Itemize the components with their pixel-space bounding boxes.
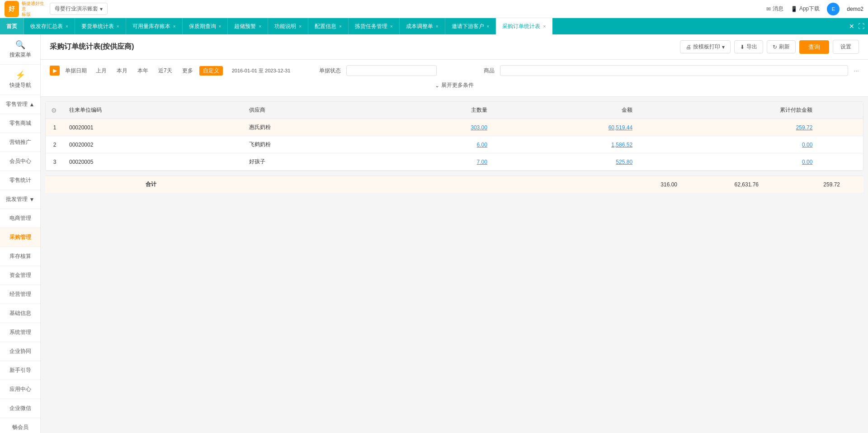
- tab-yaohuo[interactable]: 要货单统计表 ×: [75, 18, 126, 34]
- tab-gongneng[interactable]: 功能说明 ×: [268, 18, 308, 34]
- sidebar-item-ecommerce[interactable]: 电商管理: [0, 209, 40, 228]
- filter-toggle[interactable]: ▶: [50, 66, 60, 76]
- cell-extra: [818, 119, 863, 136]
- tab-chengben[interactable]: 成本调整单 ×: [400, 18, 445, 34]
- col-qty: 主数量: [379, 102, 493, 119]
- chevron-down-icon: ⌄: [435, 82, 439, 89]
- user-name[interactable]: demo2: [847, 6, 863, 12]
- tab-jianhuo[interactable]: 拣货任务管理 ×: [349, 18, 400, 34]
- close-icon[interactable]: ×: [299, 24, 302, 29]
- cell-amount[interactable]: 60,519.44: [493, 119, 638, 136]
- sidebar-item-collab[interactable]: 企业协同: [0, 342, 40, 361]
- cell-paid[interactable]: 259.72: [638, 119, 818, 136]
- cell-amount[interactable]: 1,586.52: [493, 136, 638, 153]
- col-paid: 累计付款金额: [638, 102, 818, 119]
- sidebar-item-label: 零售统计: [0, 176, 40, 184]
- sidebar-item-finance[interactable]: 资金管理: [0, 266, 40, 285]
- shortcut-more[interactable]: 更多: [179, 66, 197, 76]
- print-button[interactable]: 🖨 按模板打印 ▾: [680, 40, 731, 53]
- close-icon[interactable]: ×: [543, 24, 546, 29]
- close-icon[interactable]: ×: [436, 24, 439, 29]
- sidebar-item-retail-shop[interactable]: 零售商城: [0, 114, 40, 133]
- close-icon[interactable]: ×: [66, 24, 68, 29]
- tab-caigou-active[interactable]: 采购订单统计表 ×: [496, 18, 552, 34]
- message-button[interactable]: ✉ 消息: [766, 5, 783, 13]
- sidebar-item-marketing[interactable]: 营销推广: [0, 133, 40, 152]
- export-button[interactable]: ⬇ 导出: [734, 40, 763, 53]
- sidebar-item-retail-stats[interactable]: 零售统计: [0, 171, 40, 190]
- tab-kuyong[interactable]: 可用量库存账本 ×: [126, 18, 183, 34]
- sidebar-item-quicknav[interactable]: ⚡ 快捷导航: [0, 65, 40, 95]
- status-select[interactable]: [346, 65, 437, 76]
- table-body: 1 00020001 惠氏奶粉 303.00 60,519.44 259.72 …: [46, 119, 863, 171]
- more-icon[interactable]: ···: [854, 67, 859, 74]
- sidebar-item-purchase[interactable]: 采购管理: [0, 228, 40, 247]
- shortcut-this-month[interactable]: 本月: [113, 66, 131, 76]
- shortcut-this-year[interactable]: 本年: [134, 66, 152, 76]
- chevron-down-icon: ▾: [722, 44, 725, 50]
- sidebar-item-guide[interactable]: 新手引导: [0, 361, 40, 380]
- cell-paid[interactable]: 0.00: [638, 153, 818, 171]
- shortcut-7days[interactable]: 近7天: [155, 66, 176, 76]
- close-icon[interactable]: ×: [219, 24, 222, 29]
- expand-row: ⌄ 展开更多条件: [50, 80, 859, 91]
- query-button[interactable]: 查询: [799, 40, 829, 54]
- cell-amount[interactable]: 525.80: [493, 153, 638, 171]
- app-download-button[interactable]: 📱 App下载: [791, 5, 820, 13]
- filter-area: ▶ 单据日期 上月 本月 本年 近7天 更多 自定义 2016-01-01 至 …: [41, 60, 868, 97]
- close-icon[interactable]: ×: [390, 24, 393, 29]
- refresh-button[interactable]: ↻ 刷新: [767, 40, 796, 53]
- footer-amount: 62,631.76: [713, 181, 759, 188]
- shortcut-last-month[interactable]: 上月: [92, 66, 110, 76]
- logo-icon: 好: [5, 1, 19, 17]
- tab-yaoqing[interactable]: 邀请下游客户 ×: [445, 18, 496, 34]
- message-icon: ✉: [766, 6, 771, 12]
- sidebar-item-app-center[interactable]: 应用中心: [0, 380, 40, 399]
- custom-date-badge[interactable]: 自定义: [199, 66, 223, 76]
- settings-icon[interactable]: ⚙: [51, 107, 57, 114]
- tab-chaochao[interactable]: 超储预警 ×: [228, 18, 268, 34]
- cell-qty[interactable]: 6.00: [379, 136, 493, 153]
- close-icon[interactable]: ×: [339, 24, 342, 29]
- tab-label: 采购订单统计表: [502, 23, 540, 30]
- expand-button[interactable]: ⌄ 展开更多条件: [435, 80, 474, 91]
- close-icon[interactable]: ×: [487, 24, 490, 29]
- tab-label: 要货单统计表: [81, 23, 114, 30]
- tab-expand-icon[interactable]: ⛶: [858, 23, 864, 30]
- sidebar-item-label: 快捷导航: [0, 81, 40, 89]
- workspace-selector[interactable]: 母婴行业演示账套 ▾: [50, 3, 108, 15]
- sidebar-item-retail-mgmt[interactable]: 零售管理 ▲: [0, 95, 40, 114]
- print-icon: 🖨: [686, 44, 691, 50]
- sidebar-item-vip[interactable]: 畅会员: [0, 418, 40, 433]
- cell-qty[interactable]: 303.00: [379, 119, 493, 136]
- goods-input[interactable]: [500, 65, 848, 76]
- sidebar-item-operations[interactable]: 经营管理: [0, 285, 40, 304]
- table-row: 3 00020005 好孩子 7.00 525.80 0.00: [46, 153, 863, 171]
- cell-extra: [818, 153, 863, 171]
- settings-button[interactable]: 设置: [833, 40, 859, 54]
- tab-label: 成本调整单: [406, 23, 433, 30]
- row-seq: 1: [46, 119, 64, 136]
- cell-qty[interactable]: 7.00: [379, 153, 493, 171]
- col-settings: ⚙: [46, 102, 64, 119]
- tab-peizhixinxi[interactable]: 配置信息 ×: [308, 18, 349, 34]
- tab-close-all-icon[interactable]: ✕: [849, 23, 854, 30]
- sidebar-item-search[interactable]: 🔍 搜索菜单: [0, 34, 40, 65]
- cell-supplier: 惠氏奶粉: [244, 119, 379, 136]
- cell-paid[interactable]: 0.00: [638, 136, 818, 153]
- sidebar-item-basic-info[interactable]: 基础信息: [0, 304, 40, 323]
- close-icon[interactable]: ×: [173, 24, 176, 29]
- sidebar-item-wechat[interactable]: 企业微信: [0, 399, 40, 418]
- close-icon[interactable]: ×: [117, 24, 119, 29]
- download-icon: 📱: [791, 6, 797, 12]
- sidebar-item-wholesale[interactable]: 批发管理 ▼: [0, 190, 40, 209]
- sidebar-item-system[interactable]: 系统管理: [0, 323, 40, 342]
- tab-home[interactable]: 首页: [0, 18, 24, 34]
- sidebar-item-member[interactable]: 会员中心: [0, 152, 40, 171]
- tab-baozhi[interactable]: 保质期查询 ×: [183, 18, 228, 34]
- close-icon[interactable]: ×: [259, 24, 261, 29]
- tab-shouzun[interactable]: 收发存汇总表 ×: [24, 18, 75, 34]
- sidebar-item-label: 营销推广: [0, 138, 40, 146]
- sidebar-item-inventory[interactable]: 库存核算: [0, 247, 40, 266]
- tab-label: 拣货任务管理: [355, 23, 387, 30]
